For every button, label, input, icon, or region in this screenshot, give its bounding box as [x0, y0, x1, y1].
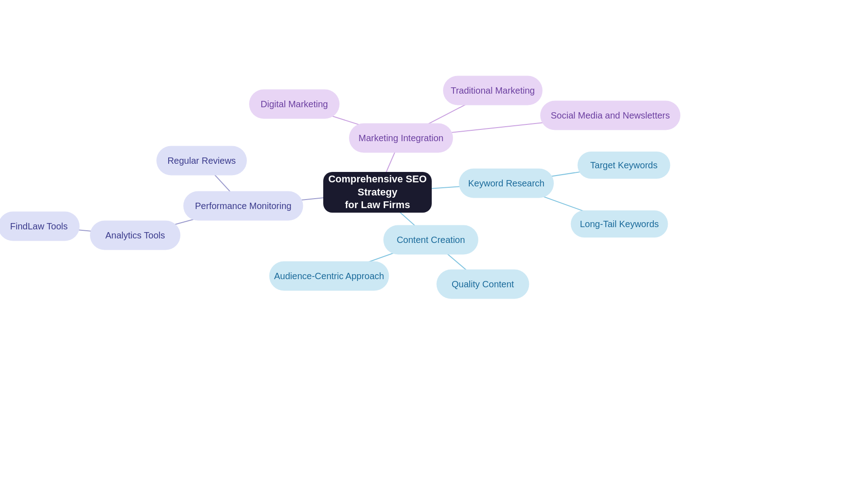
findlaw-tools-node[interactable]: FindLaw Tools — [0, 212, 80, 241]
target-keywords-label: Target Keywords — [590, 160, 658, 171]
center-node-label: Comprehensive SEO Strategy for Law Firms — [323, 173, 432, 212]
social-media-node[interactable]: Social Media and Newsletters — [540, 101, 680, 130]
content-creation-label: Content Creation — [396, 235, 465, 245]
performance-monitoring-label: Performance Monitoring — [195, 201, 291, 211]
content-creation-node[interactable]: Content Creation — [383, 225, 478, 255]
digital-marketing-label: Digital Marketing — [261, 99, 328, 109]
analytics-tools-node[interactable]: Analytics Tools — [90, 221, 180, 250]
performance-monitoring-node[interactable]: Performance Monitoring — [184, 191, 303, 221]
long-tail-keywords-node[interactable]: Long-Tail Keywords — [571, 210, 668, 238]
traditional-marketing-label: Traditional Marketing — [451, 86, 535, 96]
long-tail-keywords-label: Long-Tail Keywords — [580, 219, 659, 229]
findlaw-tools-label: FindLaw Tools — [10, 221, 67, 232]
center-node[interactable]: Comprehensive SEO Strategy for Law Firms — [323, 172, 432, 213]
analytics-tools-label: Analytics Tools — [105, 230, 165, 241]
quality-content-node[interactable]: Quality Content — [437, 270, 529, 299]
traditional-marketing-node[interactable]: Traditional Marketing — [443, 76, 542, 105]
marketing-integration-node[interactable]: Marketing Integration — [349, 124, 453, 153]
keyword-research-label: Keyword Research — [468, 178, 545, 189]
target-keywords-node[interactable]: Target Keywords — [578, 152, 670, 179]
audience-centric-node[interactable]: Audience-Centric Approach — [269, 262, 389, 291]
social-media-label: Social Media and Newsletters — [551, 110, 670, 121]
marketing-integration-label: Marketing Integration — [359, 133, 443, 143]
digital-marketing-node[interactable]: Digital Marketing — [249, 90, 340, 119]
regular-reviews-label: Regular Reviews — [167, 156, 236, 166]
quality-content-label: Quality Content — [452, 279, 514, 290]
keyword-research-node[interactable]: Keyword Research — [459, 169, 554, 198]
regular-reviews-node[interactable]: Regular Reviews — [156, 146, 247, 176]
audience-centric-label: Audience-Centric Approach — [274, 271, 384, 281]
